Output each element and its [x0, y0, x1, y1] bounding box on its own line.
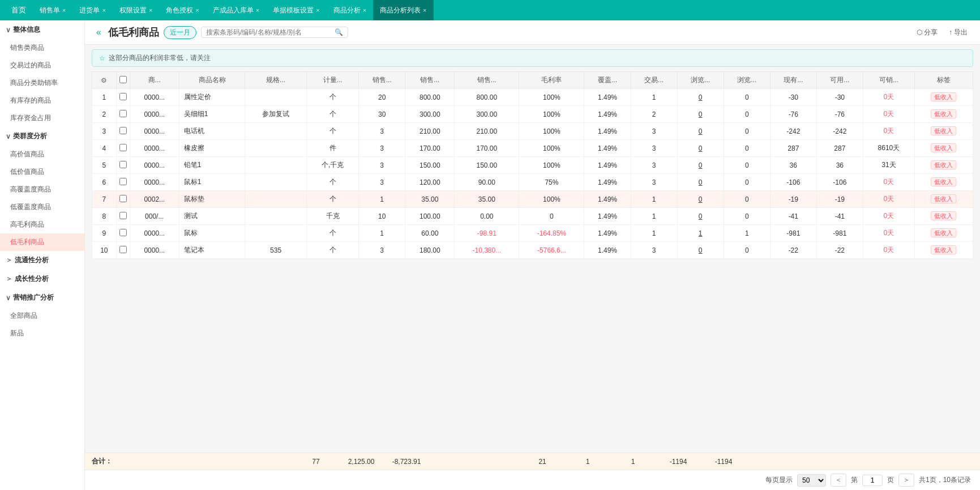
prev-page-button[interactable]: ＜	[831, 474, 846, 487]
sidebar-item-all-products[interactable]: 全部商品	[0, 307, 84, 325]
row-view1[interactable]: 0	[677, 191, 724, 208]
row-name[interactable]: 橡皮擦	[179, 140, 245, 157]
row-view1[interactable]: 0	[677, 140, 724, 157]
close-template-icon[interactable]: ×	[316, 7, 319, 14]
sidebar-item-sales-products[interactable]: 销售类商品	[0, 39, 84, 57]
filter-period-button[interactable]: 近一月	[164, 26, 196, 39]
row-select-checkbox[interactable]	[119, 110, 127, 117]
sidebar-item-high-coverage[interactable]: 高覆盖度商品	[0, 181, 84, 198]
row-checkbox[interactable]	[116, 208, 130, 225]
search-icon[interactable]: 🔍	[335, 28, 343, 36]
sidebar-item-stock-products[interactable]: 有库存的商品	[0, 92, 84, 109]
col-checkbox[interactable]	[116, 72, 130, 89]
sidebar-item-high-gross[interactable]: 高毛利商品	[0, 216, 84, 233]
row-name[interactable]: 鼠标垫	[179, 191, 245, 208]
sidebar-item-low-value[interactable]: 低价值商品	[0, 163, 84, 181]
row-checkbox[interactable]	[116, 123, 130, 140]
sidebar-group-liquidity[interactable]: ＞ 流通性分析	[0, 251, 84, 270]
export-button[interactable]: ↑ 导出	[945, 26, 971, 39]
close-product-analysis-list-icon[interactable]: ×	[423, 7, 426, 14]
nav-home[interactable]: 首页	[5, 0, 33, 20]
row-select-checkbox[interactable]	[119, 195, 127, 202]
sidebar-item-category-sales-rate[interactable]: 商品分类助销率	[0, 74, 84, 92]
close-permission-icon[interactable]: ×	[149, 7, 152, 14]
close-role-auth-icon[interactable]: ×	[195, 7, 199, 14]
nav-product-analysis[interactable]: 商品分析 ×	[327, 0, 373, 20]
sidebar-group-overall[interactable]: ∨ 整体信息	[0, 20, 84, 39]
col-name: 商品名称	[179, 72, 245, 89]
row-name[interactable]: 电话机	[179, 123, 245, 140]
page-number-input[interactable]	[862, 475, 883, 486]
nav-product-stock[interactable]: 产成品入库单 ×	[206, 0, 266, 20]
row-select-checkbox[interactable]	[119, 178, 127, 185]
row-checkbox[interactable]	[116, 242, 130, 259]
row-view1[interactable]: 0	[677, 89, 724, 106]
row-view1[interactable]: 1	[677, 225, 724, 242]
row-checkbox[interactable]	[116, 225, 130, 242]
close-sales-order-icon[interactable]: ×	[62, 7, 66, 14]
per-page-select[interactable]: 50 100 200	[797, 474, 826, 487]
view1-link[interactable]: 1	[699, 229, 703, 237]
row-checkbox[interactable]	[116, 106, 130, 123]
share-button[interactable]: ⬡ 分享	[913, 26, 941, 39]
row-name[interactable]: 铅笔1	[179, 157, 245, 174]
row-checkbox[interactable]	[116, 157, 130, 174]
row-name[interactable]: 吴细细1	[179, 106, 245, 123]
sidebar-group-marketing[interactable]: ∨ 营销推广分析	[0, 288, 84, 307]
row-checkbox[interactable]	[116, 140, 130, 157]
view1-link[interactable]: 0	[699, 212, 703, 220]
nav-permission[interactable]: 权限设置 ×	[113, 0, 159, 20]
sidebar-item-low-coverage[interactable]: 低覆盖度商品	[0, 198, 84, 216]
nav-purchase-order[interactable]: 进货单 ×	[72, 0, 112, 20]
row-select-checkbox[interactable]	[119, 229, 127, 236]
row-checkbox[interactable]	[116, 191, 130, 208]
sidebar-group-cluster[interactable]: ∨ 类群度分析	[0, 127, 84, 146]
nav-template[interactable]: 单据模板设置 ×	[266, 0, 326, 20]
row-checkbox[interactable]	[116, 89, 130, 106]
sidebar-item-low-gross[interactable]: 低毛利商品	[0, 233, 84, 251]
row-name[interactable]: 鼠标1	[179, 174, 245, 191]
close-product-analysis-icon[interactable]: ×	[363, 7, 366, 14]
col-settings[interactable]: ⚙	[92, 72, 117, 89]
row-select-checkbox[interactable]	[119, 144, 127, 151]
close-product-stock-icon[interactable]: ×	[256, 7, 259, 14]
view1-link[interactable]: 0	[699, 195, 703, 203]
row-view1[interactable]: 0	[677, 174, 724, 191]
row-view1[interactable]: 0	[677, 123, 724, 140]
row-name[interactable]: 笔记本	[179, 242, 245, 259]
row-select-checkbox[interactable]	[119, 93, 127, 100]
view1-link[interactable]: 0	[699, 127, 703, 135]
row-view1[interactable]: 0	[677, 106, 724, 123]
row-select-checkbox[interactable]	[119, 246, 127, 253]
row-select-checkbox[interactable]	[119, 212, 127, 219]
row-name[interactable]: 鼠标	[179, 225, 245, 242]
row-select-checkbox[interactable]	[119, 127, 127, 134]
view1-link[interactable]: 0	[699, 178, 703, 186]
view1-link[interactable]: 0	[699, 246, 703, 254]
sidebar-item-new-products[interactable]: 新品	[0, 325, 84, 342]
close-purchase-order-icon[interactable]: ×	[102, 7, 105, 14]
row-select-checkbox[interactable]	[119, 161, 127, 168]
row-name[interactable]: 属性定价	[179, 89, 245, 106]
sidebar-item-stock-capital[interactable]: 库存资金占用	[0, 109, 84, 127]
next-page-button[interactable]: ＞	[898, 474, 914, 487]
row-name[interactable]: 测试	[179, 208, 245, 225]
row-view1[interactable]: 0	[677, 157, 724, 174]
view1-link[interactable]: 0	[699, 161, 703, 169]
row-checkbox[interactable]	[116, 174, 130, 191]
row-view1[interactable]: 0	[677, 208, 724, 225]
select-all-checkbox[interactable]	[119, 76, 127, 83]
view1-link[interactable]: 0	[699, 144, 703, 152]
sidebar-collapse-button[interactable]: «	[94, 25, 104, 40]
nav-role-auth[interactable]: 角色授权 ×	[159, 0, 206, 20]
view1-link[interactable]: 0	[699, 110, 703, 118]
settings-icon[interactable]: ⚙	[101, 76, 107, 84]
view1-link[interactable]: 0	[699, 93, 703, 101]
search-input[interactable]	[206, 28, 335, 36]
sidebar-group-growth[interactable]: ＞ 成长性分析	[0, 270, 84, 288]
nav-sales-order[interactable]: 销售单 ×	[33, 0, 72, 20]
row-view1[interactable]: 0	[677, 242, 724, 259]
nav-product-analysis-list[interactable]: 商品分析列表 ×	[373, 0, 433, 20]
sidebar-item-high-value[interactable]: 高价值商品	[0, 146, 84, 163]
sidebar-item-traded-products[interactable]: 交易过的商品	[0, 57, 84, 74]
